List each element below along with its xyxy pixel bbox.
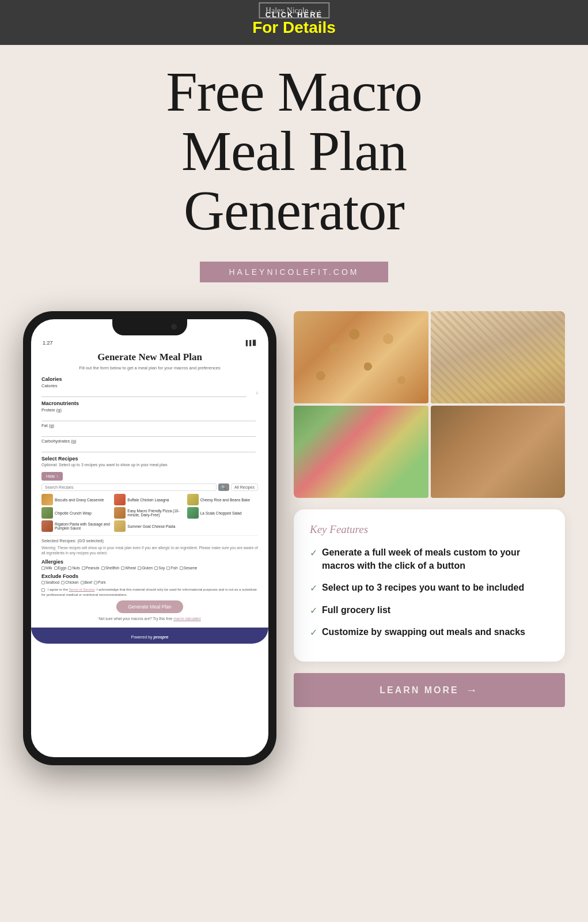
recipe-name: Easy Macro Friendly Pizza (10-minute, Da… bbox=[127, 509, 185, 518]
list-item[interactable]: La Scala Chopped Salad bbox=[187, 507, 258, 519]
recipe-thumb bbox=[187, 494, 199, 505]
recipe-name: Buffalo Chicken Lasagna bbox=[127, 498, 169, 502]
allergies-section: Allergies Milk Eggs Nuts Peanuts Shellfi… bbox=[41, 559, 258, 570]
logo-line1: Haley Nicole bbox=[265, 6, 308, 15]
recipe-name: Biscuits and Gravy Casserole bbox=[55, 498, 104, 502]
list-item[interactable]: Biscuits and Gravy Casserole bbox=[41, 494, 112, 505]
allergy-fish[interactable]: Fish bbox=[166, 566, 177, 570]
website-url: HALEYNICOLEFIT.COM bbox=[200, 262, 388, 282]
recipe-name: Rigatoni Pasta with Sausage and Pumpkin … bbox=[55, 522, 112, 531]
prospre-bar: Powered by prospre bbox=[31, 628, 268, 644]
food-collage bbox=[294, 311, 565, 498]
feature-item-4: ✓ Customize by swapping out meals and sn… bbox=[310, 626, 549, 638]
learn-more-label: LEARN MORE bbox=[380, 685, 459, 696]
list-item[interactable]: Chipotle Crunch Wrap bbox=[41, 507, 112, 519]
hero-title: Free MacroMeal PlanGenerator bbox=[23, 62, 565, 240]
recipes-section-label: Select Recipes bbox=[41, 456, 258, 462]
key-features-title: Key Features bbox=[310, 523, 549, 536]
logo-line2: FIT bbox=[310, 9, 323, 14]
search-icon-button[interactable]: 🔍 bbox=[218, 483, 229, 491]
app-content: Generate New Meal Plan Fill out the form… bbox=[31, 347, 268, 628]
protein-label: Protein (g) bbox=[41, 407, 258, 413]
allergy-wheat[interactable]: Wheat bbox=[121, 566, 136, 570]
hero-section: Free MacroMeal PlanGenerator HALEYNICOLE… bbox=[0, 45, 588, 289]
logo: Haley Nicole FIT bbox=[259, 2, 329, 18]
prospre-brand: prospre bbox=[153, 635, 168, 639]
all-recipes-dropdown[interactable]: All Recipes bbox=[231, 483, 258, 491]
food-photo-salad bbox=[294, 406, 428, 498]
recipe-thumb bbox=[41, 520, 53, 532]
carbs-input[interactable] bbox=[41, 444, 256, 452]
app-title: Generate New Meal Plan bbox=[41, 352, 258, 363]
food-photo-casserole bbox=[431, 311, 566, 403]
generate-meal-plan-button[interactable]: Generate Meal Plan bbox=[116, 600, 183, 613]
recipe-thumb bbox=[114, 494, 126, 505]
checkmark-icon: ✓ bbox=[310, 627, 317, 638]
feature-text-3: Full grocery list bbox=[322, 604, 390, 617]
fat-input[interactable] bbox=[41, 429, 256, 437]
exclude-pork[interactable]: Pork bbox=[94, 580, 105, 584]
allergy-gluten[interactable]: Gluten bbox=[138, 566, 153, 570]
terms-checkbox[interactable] bbox=[41, 588, 45, 592]
status-bar: 1:27 ▐▐ ▊ bbox=[31, 337, 268, 347]
list-item[interactable]: Buffalo Chicken Lasagna bbox=[114, 494, 185, 505]
food-photo-chickpeas bbox=[294, 311, 428, 403]
protein-input[interactable] bbox=[41, 413, 256, 421]
macro-calc-link: Not sure what your macros are? Try this … bbox=[41, 617, 258, 621]
phone-outer: 1:27 ▐▐ ▊ Generate New Meal Plan Fill ou… bbox=[23, 311, 276, 765]
allergy-peanuts[interactable]: Peanuts bbox=[82, 566, 100, 570]
fat-label: Fat (g) bbox=[41, 423, 258, 428]
feature-item-3: ✓ Full grocery list bbox=[310, 604, 549, 617]
list-item[interactable]: Summer Goat Cheese Pasta bbox=[114, 520, 185, 532]
allergy-milk[interactable]: Milk bbox=[41, 566, 52, 570]
recipe-name: Cheesy Rice and Beans Bake bbox=[200, 498, 250, 502]
search-row: 🔍 All Recipes bbox=[41, 483, 258, 491]
recipe-thumb bbox=[187, 507, 199, 519]
list-item[interactable]: Cheesy Rice and Beans Bake bbox=[187, 494, 258, 505]
recipe-name: La Scala Chopped Salad bbox=[200, 511, 242, 516]
allergy-eggs[interactable]: Eggs bbox=[54, 566, 67, 570]
checkmark-icon: ✓ bbox=[310, 583, 317, 594]
for-details-text[interactable]: For Details bbox=[0, 19, 588, 37]
recipe-thumb bbox=[114, 507, 126, 519]
terms-row: I agree to the Terms of Service. I ackno… bbox=[41, 587, 258, 597]
arrow-right-icon: → bbox=[466, 683, 479, 697]
recipes-note: Optional: Select up to 3 recipes you wan… bbox=[41, 463, 258, 467]
exclude-beef[interactable]: Beef bbox=[81, 580, 92, 584]
calories-input[interactable] bbox=[41, 389, 246, 397]
recipe-name: Chipotle Crunch Wrap bbox=[55, 511, 92, 516]
list-item[interactable]: Easy Macro Friendly Pizza (10-minute, Da… bbox=[114, 507, 185, 519]
recipe-thumb bbox=[114, 520, 126, 532]
allergy-shellfish[interactable]: Shellfish bbox=[101, 566, 120, 570]
allergy-soy[interactable]: Soy bbox=[154, 566, 165, 570]
calories-input-row: 2 bbox=[41, 389, 258, 397]
phone-screen: 1:27 ▐▐ ▊ Generate New Meal Plan Fill ou… bbox=[31, 319, 268, 757]
exclude-seafood[interactable]: Seafood bbox=[41, 580, 59, 584]
checkmark-icon: ✓ bbox=[310, 605, 317, 616]
list-item[interactable]: Rigatoni Pasta with Sausage and Pumpkin … bbox=[41, 520, 112, 532]
search-input[interactable] bbox=[41, 483, 217, 491]
terms-link[interactable]: Terms of Service bbox=[69, 588, 95, 591]
macro-calculator-link[interactable]: macro calculator bbox=[173, 617, 201, 621]
recipe-grid: Biscuits and Gravy Casserole Buffalo Chi… bbox=[41, 494, 258, 532]
powered-by-text: Powered by prospre bbox=[131, 635, 169, 639]
feature-item-2: ✓ Select up to 3 recipes you want to be … bbox=[310, 581, 549, 594]
key-features-card: Key Features ✓ Generate a full week of m… bbox=[294, 509, 565, 662]
learn-more-button[interactable]: LEARN MORE → bbox=[294, 673, 565, 707]
selected-recipes-label: Selected Recipes: (0/3 selected) bbox=[41, 535, 258, 543]
status-icons: ▐▐ ▊ bbox=[244, 340, 257, 346]
allergy-sesame[interactable]: Sesame bbox=[180, 566, 198, 570]
phone-camera bbox=[171, 324, 177, 330]
allergy-nuts[interactable]: Nuts bbox=[68, 566, 79, 570]
right-column: Key Features ✓ Generate a full week of m… bbox=[294, 311, 565, 707]
exclude-chicken[interactable]: Chicken bbox=[61, 580, 78, 584]
calories-section: Calories bbox=[41, 376, 258, 382]
allergies-label: Allergies bbox=[41, 559, 258, 565]
hide-button[interactable]: Hide ↑ bbox=[41, 472, 63, 481]
feature-text-2: Select up to 3 recipes you want to be in… bbox=[322, 581, 524, 594]
warning-text: Warning: These recipes will show up in y… bbox=[41, 546, 258, 556]
app-subtitle: Fill out the form below to get a meal pl… bbox=[41, 365, 258, 371]
macro-calc-text: Not sure what your macros are? Try this … bbox=[98, 617, 172, 621]
phone-mockup: 1:27 ▐▐ ▊ Generate New Meal Plan Fill ou… bbox=[23, 311, 276, 765]
allergies-checkboxes: Milk Eggs Nuts Peanuts Shellfish Wheat G… bbox=[41, 566, 258, 570]
